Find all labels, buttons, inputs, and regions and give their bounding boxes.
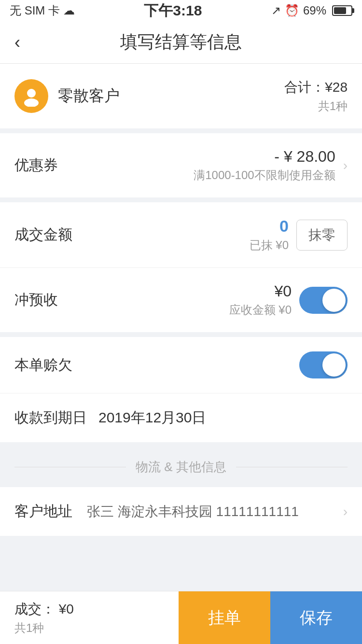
amount-right: 0 已抹 ¥0 抹零 [250, 217, 348, 253]
svg-point-0 [27, 89, 36, 98]
logistics-text: 物流 & 其他信息 [136, 459, 226, 476]
logistics-line-right [236, 467, 348, 467]
prepaid-right: ¥0 应收金额 ¥0 [229, 282, 348, 318]
address-row[interactable]: 客户地址 张三 海淀永丰科技园 11111111111 › [0, 487, 362, 536]
credit-toggle-knob [322, 353, 346, 377]
bottom-bar: 成交： ¥0 共1种 挂单 保存 [0, 591, 362, 644]
logistics-section: 物流 & 其他信息 [0, 447, 362, 487]
transaction-label: 成交： [14, 602, 55, 616]
due-date-row: 收款到期日 2019年12月30日 [0, 393, 362, 442]
address-chevron-icon: › [343, 504, 348, 519]
address-label: 客户地址 [14, 502, 72, 521]
credit-toggle[interactable] [299, 351, 348, 378]
prepaid-toggle[interactable] [299, 287, 348, 314]
coupon-right: - ¥ 28.00 满1000-100不限制使用金额 › [194, 148, 348, 183]
status-bar: 无 SIM 卡 ☁ 下午3:18 ↗ ⏰ 69% [0, 0, 362, 21]
amount-value: 0 [250, 217, 289, 236]
battery-icon [332, 5, 352, 16]
coupon-value: - ¥ 28.00 [194, 148, 335, 166]
sim-label: 无 SIM 卡 ☁ [10, 3, 75, 18]
content: 零散客户 合计：¥28 共1种 优惠券 - ¥ 28.00 满1000-100不… [0, 64, 362, 599]
bottom-info: 成交： ¥0 共1种 [0, 600, 179, 636]
svg-point-1 [24, 98, 39, 107]
status-time: 下午3:18 [144, 1, 202, 21]
toggle-knob [322, 289, 346, 312]
prepaid-sub: 应收金额 ¥0 [229, 302, 292, 318]
coupon-section: 优惠券 - ¥ 28.00 满1000-100不限制使用金额 › [0, 133, 362, 197]
coupon-row[interactable]: 优惠券 - ¥ 28.00 满1000-100不限制使用金额 › [0, 133, 362, 197]
logistics-header: 物流 & 其他信息 [0, 447, 362, 487]
address-value: 张三 海淀永丰科技园 11111111111 [87, 503, 329, 521]
due-date-label: 收款到期日 [14, 408, 87, 428]
credit-label: 本单赊欠 [14, 355, 72, 375]
coupon-value-block: - ¥ 28.00 满1000-100不限制使用金额 [194, 148, 335, 183]
coupon-chevron-icon: › [343, 158, 348, 173]
customer-avatar [14, 79, 48, 113]
address-section: 客户地址 张三 海淀永丰科技园 11111111111 › [0, 487, 362, 536]
credit-right [299, 351, 348, 378]
logistics-line-left [14, 467, 126, 467]
bottom-count: 共1种 [14, 620, 164, 636]
credit-section: 本单赊欠 收款到期日 2019年12月30日 [0, 337, 362, 442]
nav-title: 填写结算等信息 [120, 30, 242, 54]
prepaid-value-block: ¥0 应收金额 ¥0 [229, 282, 292, 318]
battery-percent: 69% [303, 4, 326, 17]
save-button[interactable]: 保存 [270, 591, 362, 644]
customer-total: 合计：¥28 [284, 78, 348, 97]
prepaid-label: 冲预收 [14, 290, 58, 310]
nav-bar: ‹ 填写结算等信息 [0, 21, 362, 64]
amount-section: 成交金额 0 已抹 ¥0 抹零 冲预收 ¥0 应收金额 ¥0 [0, 202, 362, 332]
transaction-value: ¥0 [59, 602, 74, 616]
prepaid-value: ¥0 [229, 282, 292, 300]
amount-label: 成交金额 [14, 225, 72, 245]
amount-sub: 已抹 ¥0 [250, 238, 289, 253]
coupon-label: 优惠券 [14, 155, 58, 175]
status-left: 无 SIM 卡 ☁ [10, 3, 75, 18]
customer-right: 合计：¥28 共1种 [284, 78, 348, 114]
customer-left: 零散客户 [14, 79, 120, 113]
due-date-value: 2019年12月30日 [98, 408, 206, 428]
location-icon: ↗ [271, 4, 281, 17]
back-button[interactable]: ‹ [14, 32, 20, 53]
credit-row: 本单赊欠 [0, 337, 362, 393]
round-zero-button[interactable]: 抹零 [296, 220, 348, 251]
status-right: ↗ ⏰ 69% [271, 4, 352, 17]
prepaid-row: 冲预收 ¥0 应收金额 ¥0 [0, 268, 362, 332]
customer-count: 共1种 [284, 98, 348, 114]
alarm-icon: ⏰ [285, 4, 299, 17]
amount-value-block: 0 已抹 ¥0 [250, 217, 289, 253]
coupon-desc: 满1000-100不限制使用金额 [194, 168, 335, 183]
hang-button[interactable]: 挂单 [179, 591, 270, 644]
customer-name: 零散客户 [58, 85, 120, 107]
customer-section: 零散客户 合计：¥28 共1种 [0, 64, 362, 128]
amount-row: 成交金额 0 已抹 ¥0 抹零 [0, 202, 362, 268]
bottom-transaction: 成交： ¥0 [14, 600, 164, 618]
